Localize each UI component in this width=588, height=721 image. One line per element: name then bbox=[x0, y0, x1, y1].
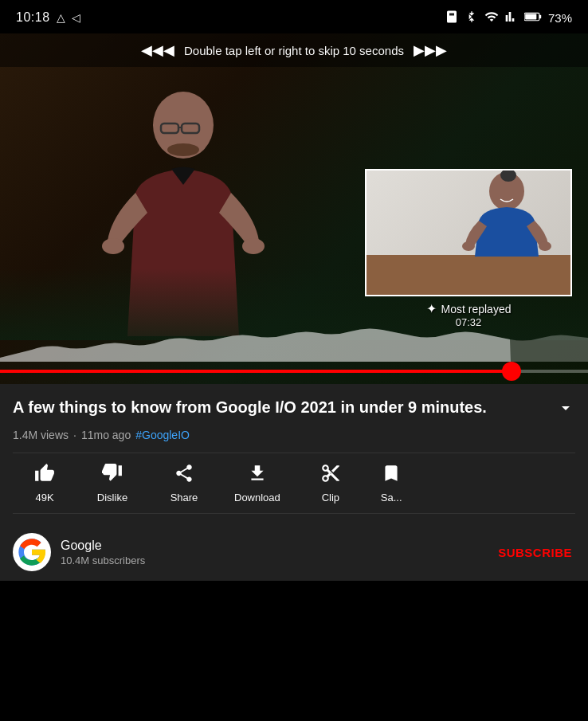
status-bar: 10:18 △ ◁ 73% bbox=[0, 0, 588, 33]
download-icon bbox=[247, 463, 268, 487]
channel-info: Google 10.4M subscribers bbox=[61, 539, 485, 566]
channel-name[interactable]: Google bbox=[61, 539, 485, 553]
like-button[interactable]: 49K bbox=[13, 453, 76, 513]
svg-rect-3 bbox=[539, 14, 541, 18]
video-player[interactable]: ◀◀◀ Double tap left or right to skip 10 … bbox=[0, 33, 588, 384]
dislike-icon bbox=[102, 463, 123, 487]
thumbnail-preview bbox=[365, 169, 572, 296]
progress-thumb[interactable] bbox=[502, 362, 521, 381]
skip-right-icon: ▶▶▶ bbox=[414, 41, 447, 59]
share-label: Share bbox=[171, 492, 198, 504]
battery-percentage: 73% bbox=[548, 11, 572, 25]
save-button[interactable]: Sa... bbox=[367, 453, 417, 513]
action-row: 49K Dislike Share Download bbox=[13, 453, 575, 514]
status-time: 10:18 bbox=[16, 10, 50, 25]
video-meta: 1.4M views · 11mo ago #GoogleIO bbox=[13, 429, 575, 441]
dislike-label: Dislike bbox=[97, 492, 127, 504]
skip-hint-bar: ◀◀◀ Double tap left or right to skip 10 … bbox=[0, 33, 588, 67]
clip-label: Clip bbox=[322, 492, 339, 504]
most-replayed-time: 07:32 bbox=[365, 316, 572, 328]
video-title: A few things to know from Google I/O 202… bbox=[13, 397, 548, 417]
battery-icon bbox=[524, 10, 542, 25]
view-count: 1.4M views bbox=[13, 429, 69, 441]
clip-button[interactable]: Clip bbox=[295, 453, 367, 513]
svg-point-12 bbox=[500, 169, 516, 182]
most-replayed-label: ✦ Most replayed bbox=[365, 301, 572, 316]
hashtag-link[interactable]: #GoogleIO bbox=[135, 429, 190, 441]
subscribe-button[interactable]: SUBSCRIBE bbox=[495, 539, 575, 566]
save-icon bbox=[381, 463, 402, 487]
svg-point-8 bbox=[167, 143, 199, 156]
save-label: Sa... bbox=[381, 492, 402, 504]
separator: · bbox=[73, 429, 76, 441]
svg-point-9 bbox=[102, 238, 124, 254]
notification-icon: ◁ bbox=[72, 11, 81, 24]
channel-subscribers: 10.4M subscribers bbox=[61, 554, 485, 566]
alarm-icon: △ bbox=[57, 11, 66, 24]
thumbnail-person-svg bbox=[459, 169, 555, 257]
share-button[interactable]: Share bbox=[148, 453, 220, 513]
channel-logo[interactable] bbox=[13, 533, 51, 571]
signal-icon bbox=[505, 10, 518, 25]
like-icon bbox=[34, 463, 55, 487]
sim-icon bbox=[445, 10, 459, 26]
channel-row: Google 10.4M subscribers SUBSCRIBE bbox=[0, 523, 588, 581]
progress-fill bbox=[0, 370, 512, 373]
skip-hint-text: Double tap left or right to skip 10 seco… bbox=[184, 44, 404, 57]
most-replayed-container: ✦ Most replayed 07:32 bbox=[365, 169, 572, 328]
bluetooth-icon bbox=[465, 10, 478, 25]
skip-left-icon: ◀◀◀ bbox=[141, 41, 174, 59]
share-icon bbox=[174, 463, 194, 487]
like-count: 49K bbox=[35, 492, 53, 504]
google-g-icon bbox=[16, 536, 48, 568]
progress-track[interactable] bbox=[0, 370, 588, 373]
dislike-button[interactable]: Dislike bbox=[76, 453, 148, 513]
video-age: 11mo ago bbox=[81, 429, 131, 441]
svg-point-13 bbox=[462, 241, 475, 251]
clip-icon bbox=[320, 463, 341, 487]
svg-point-14 bbox=[539, 241, 551, 251]
video-title-row: A few things to know from Google I/O 202… bbox=[13, 397, 575, 422]
svg-point-10 bbox=[242, 238, 265, 254]
download-label: Download bbox=[234, 492, 280, 504]
wifi-icon bbox=[484, 10, 499, 26]
sparkle-icon: ✦ bbox=[426, 301, 437, 316]
info-panel: A few things to know from Google I/O 202… bbox=[0, 384, 588, 523]
svg-rect-2 bbox=[525, 14, 536, 19]
collapse-button[interactable] bbox=[556, 398, 575, 422]
download-button[interactable]: Download bbox=[220, 453, 295, 513]
svg-rect-0 bbox=[447, 10, 457, 22]
